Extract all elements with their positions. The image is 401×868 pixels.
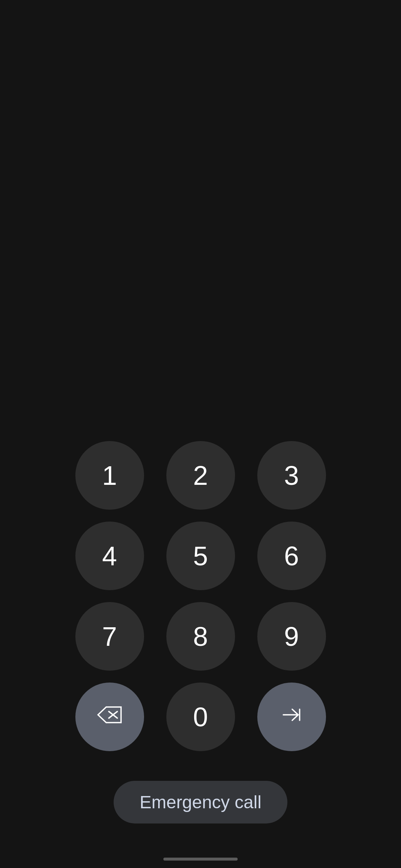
forward-button[interactable] [257,683,326,751]
dial-button-1[interactable]: 1 [75,441,144,510]
dial-button-4[interactable]: 4 [75,522,144,590]
dial-button-9[interactable]: 9 [257,602,326,671]
phone-lock-screen: 1 2 3 4 5 6 7 8 9 0 [0,0,401,868]
home-indicator [163,858,238,861]
dialpad-row-3: 7 8 9 [75,602,326,671]
dial-button-8[interactable]: 8 [166,602,235,671]
dialpad-row-bottom: 0 [75,683,326,751]
dialpad: 1 2 3 4 5 6 7 8 9 0 [75,441,326,751]
dialpad-row-2: 4 5 6 [75,522,326,590]
backspace-icon [97,706,123,729]
dial-button-7[interactable]: 7 [75,602,144,671]
dialpad-row-1: 1 2 3 [75,441,326,510]
forward-icon [280,706,303,729]
dial-button-3[interactable]: 3 [257,441,326,510]
dial-button-6[interactable]: 6 [257,522,326,590]
emergency-call-button[interactable]: Emergency call [114,781,287,823]
dial-button-2[interactable]: 2 [166,441,235,510]
dial-button-0[interactable]: 0 [166,683,235,751]
dial-button-5[interactable]: 5 [166,522,235,590]
backspace-button[interactable] [75,683,144,751]
